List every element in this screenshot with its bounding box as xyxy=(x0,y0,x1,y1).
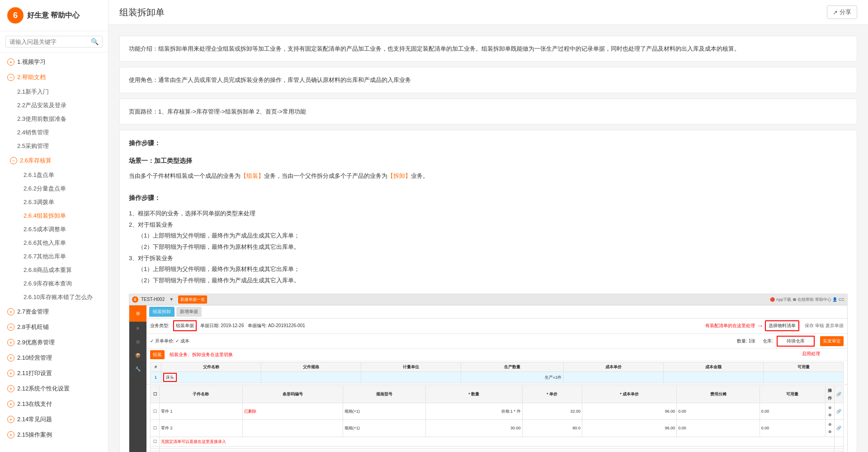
td-sub-cost2: 0.00 xyxy=(677,420,760,437)
child-table: ☐ 子件名称 条形码编号 规格型号 * 数量 * 单价 * 成本单价 费用分摊 xyxy=(150,385,844,452)
sidebar-item-partial-stocktake[interactable]: 2.6.2分量盘点单 xyxy=(0,182,108,195)
td-sub-code2 xyxy=(242,420,343,437)
sidebar-item-other-in[interactable]: 2.6.6其他入库单 xyxy=(0,236,108,250)
th-check: ☐ xyxy=(151,386,160,403)
share-icon: ↗ xyxy=(833,9,838,16)
th-sub-ops: 操作 xyxy=(826,386,835,403)
th-sub-price: * 单价 xyxy=(522,386,582,403)
sub-item-label: 2.3使用前数据准备 xyxy=(17,115,66,122)
annotation3-row: 组装 组装业务、拆卸业务在这里切换 启用处理 xyxy=(146,349,847,361)
sidebar-item-install[interactable]: 2.2产品安装及登录 xyxy=(0,99,108,112)
path-text: 页面路径：1、库存核算->库存管理->组装拆卸单 2、首页->常用功能 xyxy=(129,106,848,117)
td-sub-spec2: 规格(+1) xyxy=(343,420,426,437)
td-sub-name1: 零件 1 xyxy=(160,403,243,419)
tab-other: 新增单据 xyxy=(176,307,202,317)
annotation1-area: 有装配清单的在这里处理 → 选择物料清单 xyxy=(705,320,799,332)
app-nav-icon5: 🔧 xyxy=(129,362,146,376)
page-title: 组装拆卸单 xyxy=(119,6,165,19)
share-button[interactable]: ↗ 分享 xyxy=(827,5,857,19)
sidebar-item-transfer[interactable]: 2.6.3调拨单 xyxy=(0,195,108,209)
top-bar: 组装拆卸单 ↗ 分享 xyxy=(108,0,868,25)
app-nav-icon4: 📦 xyxy=(129,349,146,362)
th-sub-amt: * 成本单价 xyxy=(582,386,677,403)
td-sub-qty1: 价格:1 * 件 xyxy=(426,403,523,419)
td-sub-code-val1: 已删除 xyxy=(244,409,256,414)
app-nav-icon3: ⊙ xyxy=(129,335,146,349)
th-sub-spec: 规格型号 xyxy=(343,386,426,403)
sidebar-item-mobile[interactable]: + 2.8手机旺铺 xyxy=(0,319,108,335)
sidebar-item-purchase[interactable]: 2.5采购管理 xyxy=(0,139,108,153)
td-check2: ☐ xyxy=(151,420,160,437)
sidebar-item-assembly[interactable]: 2.6.4组装拆卸单 xyxy=(0,209,108,223)
sub-item-label: 2.5采购管理 xyxy=(17,143,49,149)
main-content: 组装拆卸单 ↗ 分享 功能介绍：组装拆卸单用来处理企业组装或拆卸等加工业务，支持… xyxy=(108,0,868,452)
th-spec: 父件规格 xyxy=(261,362,361,372)
app-nav-icon2: ≡ xyxy=(129,322,146,335)
sidebar-item-coupon[interactable]: + 2.9优惠券管理 xyxy=(0,335,108,350)
sidebar-item-other-out[interactable]: 2.6.7其他出库单 xyxy=(0,250,108,263)
sidebar-item-faq[interactable]: + 2.14常见问题 xyxy=(0,412,108,427)
step3-sub2: （2）下部明细为子件明细，最终作为产成品生成其它入库单。 xyxy=(129,275,848,286)
sidebar-item-video[interactable]: + 1.视频学习 xyxy=(0,54,108,70)
sidebar-item-label: 2.11打印设置 xyxy=(17,369,52,377)
expand-icon-pay: + xyxy=(7,400,14,408)
sidebar-item-customize[interactable]: + 2.12系统个性化设置 xyxy=(0,381,108,396)
table-row: ☐ 无固定清单可以直接在这里直接录入 xyxy=(151,437,844,446)
annotation1-arrow: → xyxy=(757,320,763,332)
td-link1: 🔗 xyxy=(835,403,844,419)
search-box[interactable]: 🔍 xyxy=(5,36,103,48)
sidebar-item-stocktake[interactable]: 2.6.1盘点单 xyxy=(0,168,108,182)
step2: 2、对于组装业务 xyxy=(129,219,848,231)
logo-icon: 6 xyxy=(7,7,24,24)
sidebar-item-stock-ledger[interactable]: 2.6.9库存账本查询 xyxy=(0,277,108,290)
sidebar-item-label: 2.10经营管理 xyxy=(17,354,52,362)
sidebar-item-sales[interactable]: 2.4销售管理 xyxy=(0,126,108,139)
sidebar-item-label: 2.13在线支付 xyxy=(17,400,52,408)
td-sub-qty2: 30.00 xyxy=(426,420,523,437)
sidebar-item-label: 2.12系统个性化设置 xyxy=(17,385,70,393)
sidebar-item-new-user[interactable]: 2.1新手入门 xyxy=(0,85,108,99)
sidebar-item-label: 2.帮助文档 xyxy=(17,73,46,81)
sidebar-item-cost-adjust[interactable]: 2.6.5成本调整单 xyxy=(0,223,108,236)
expand-icon-customize: + xyxy=(7,385,14,392)
sub-item-label: 2.2产品安装及登录 xyxy=(17,102,66,109)
sidebar-item-data-prep[interactable]: 2.3使用前数据准备 xyxy=(0,112,108,126)
sidebar-item-stock-error[interactable]: 2.6.10库存账本错了怎么办 xyxy=(0,290,108,304)
search-input[interactable] xyxy=(9,38,91,45)
td-cost-amt xyxy=(664,372,764,383)
logo-area: 6 好生意 帮助中心 xyxy=(0,0,108,31)
search-area: 🔍 xyxy=(0,31,108,52)
th-seq: # xyxy=(151,362,161,372)
new-doc-btn: 新建单据一览 xyxy=(178,295,207,304)
sidebar-item-operations[interactable]: + 2.10经营管理 xyxy=(0,350,108,366)
td-spec xyxy=(261,372,361,383)
td-sub-avail1: 0.00 xyxy=(760,403,825,419)
step3-sub1: （1）上部明细为父件明细，最终作为原材料生成其它出库单； xyxy=(129,264,848,275)
path-block: 页面路径：1、库存核算->库存管理->组装拆卸单 2、首页->常用功能 xyxy=(119,99,857,124)
expand-icon-print: + xyxy=(7,370,14,377)
td-prod-qty: 生产=1件 xyxy=(461,372,563,383)
sidebar-item-online-pay[interactable]: + 2.13在线支付 xyxy=(0,396,108,412)
sidebar-item-print[interactable]: + 2.11打印设置 xyxy=(0,366,108,381)
search-icon[interactable]: 🔍 xyxy=(91,38,99,45)
sidebar-item-docs[interactable]: − 2.帮助文档 xyxy=(0,70,108,85)
th-cost: 成本金额 xyxy=(664,362,764,372)
sidebar-item-cost-recalc[interactable]: 2.6.8商品成本重算 xyxy=(0,263,108,277)
sidebar-item-inventory[interactable]: − 2.6库存核算 xyxy=(0,153,108,168)
app-left-nav: ⊞ ≡ ⊙ 📦 🔧 xyxy=(129,305,146,452)
share-label: 分享 xyxy=(840,8,851,16)
td-annotation5: 无固定清单可以直接在这里直接录入 xyxy=(160,437,835,446)
td-avail xyxy=(764,372,844,383)
sidebar-item-cases[interactable]: + 2.15操作案例 xyxy=(0,427,108,442)
th-sub-name: 子件名称 xyxy=(160,386,243,403)
annotation3-text: 组装业务、拆卸业务在这里切换 xyxy=(170,352,233,357)
sub-item-label: 2.6.10库存账本错了怎么办 xyxy=(24,294,93,300)
ops-title: 操作步骤： xyxy=(129,138,848,149)
th-cost-price: 成本单价 xyxy=(564,362,664,372)
sub-item-label: 2.6.7其他出库单 xyxy=(24,253,66,260)
td-sub-cost1: 0.00 xyxy=(677,403,760,419)
sidebar-item-label: 2.7资金管理 xyxy=(17,308,49,316)
confirm-btn: 实发审定 xyxy=(820,336,844,346)
td-link2: 🔗 xyxy=(835,420,844,437)
sidebar-item-finance[interactable]: + 2.7资金管理 xyxy=(0,304,108,319)
